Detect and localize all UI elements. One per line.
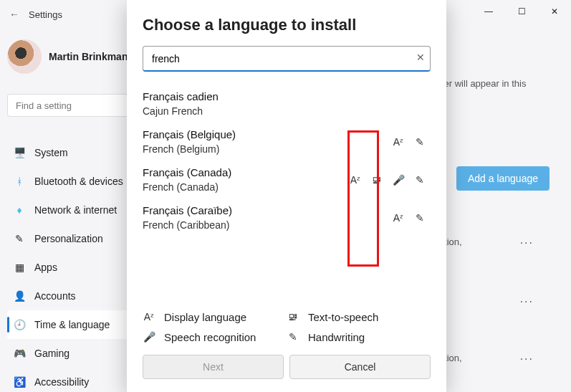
nav-icon: ✎ (13, 232, 26, 245)
handwriting-feature-icon: ✎ (413, 135, 426, 148)
nav-label: Time & language (34, 319, 110, 330)
language-local-name: French (Caribbean) (143, 219, 232, 231)
nav-icon: ♿ (13, 376, 26, 388)
nav-icon: 🕘 (13, 318, 26, 331)
language-native-name: Français (Caraïbe) (143, 204, 232, 216)
language-search-input[interactable] (143, 46, 431, 72)
sidebar-item-gaming[interactable]: 🎮Gaming (7, 339, 133, 368)
language-native-name: Français (Canada) (143, 166, 231, 178)
nav-label: Gaming (34, 348, 69, 359)
window-title: Settings (29, 9, 62, 20)
page-subtitle-tail: orer will appear in this (436, 77, 565, 90)
add-language-button[interactable]: Add a language (456, 166, 550, 191)
display-feature-icon: Aᶻ (349, 173, 362, 186)
legend-speech-recognition: 🎤 Speech recognition (143, 330, 287, 343)
install-language-dialog: Choose a language to install ✕ Français … (127, 0, 446, 392)
sidebar-item-personalization[interactable]: ✎Personalization (7, 224, 133, 253)
dialog-title: Choose a language to install (143, 16, 431, 34)
sidebar-item-apps[interactable]: ▦Apps (7, 253, 133, 282)
language-option[interactable]: Français (Canada)French (Canada)Aᶻ🖳🎤✎ (143, 161, 431, 199)
nav-label: Bluetooth & devices (34, 176, 123, 187)
language-local-name: French (Belgium) (143, 143, 236, 155)
nav-icon: 🖥️ (13, 146, 26, 159)
handwriting-feature-icon: ✎ (413, 211, 426, 224)
sidebar-item-time-language[interactable]: 🕘Time & language (7, 310, 133, 339)
legend-display-language: Aᶻ Display language (143, 310, 287, 323)
sidebar-item-system[interactable]: 🖥️System (7, 138, 133, 167)
sidebar-item-bluetooth-devices[interactable]: ᚼBluetooth & devices (7, 167, 133, 196)
minimize-button[interactable]: — (472, 0, 505, 23)
nav-icon: ♦ (13, 204, 26, 216)
next-button[interactable]: Next (143, 355, 284, 379)
nav-icon: 🎮 (13, 347, 26, 360)
display-feature-icon: Aᶻ (392, 211, 405, 224)
nav-label: Network & internet (34, 204, 117, 216)
display-feature-icon: Aᶻ (392, 135, 405, 148)
clear-search-icon[interactable]: ✕ (416, 52, 425, 63)
sidebar-item-accounts[interactable]: 👤Accounts (7, 282, 133, 310)
language-option[interactable]: Français (Caraïbe)French (Caribbean)Aᶻ✎ (143, 199, 431, 236)
language-local-name: French (Canada) (143, 181, 231, 193)
sidebar-item-accessibility[interactable]: ♿Accessibility (7, 368, 133, 392)
display-language-icon: Aᶻ (143, 310, 155, 323)
handwriting-feature-icon: ✎ (413, 173, 426, 186)
tts-feature-icon: 🖳 (370, 173, 383, 186)
nav-label: Accounts (34, 290, 76, 302)
row-more-1[interactable]: ··· (520, 236, 534, 249)
handwriting-icon: ✎ (287, 330, 299, 343)
close-button[interactable]: ✕ (538, 0, 571, 23)
maximize-button[interactable]: ☐ (505, 0, 538, 23)
row-more-2[interactable]: ··· (520, 295, 534, 308)
speech-feature-icon: 🎤 (392, 173, 405, 186)
nav-label: Personalization (34, 233, 103, 244)
avatar[interactable] (7, 39, 42, 74)
speech-icon: 🎤 (143, 330, 155, 343)
sidebar-item-network-internet[interactable]: ♦Network & internet (7, 196, 133, 224)
nav-label: Accessibility (34, 376, 89, 388)
nav-label: Apps (34, 262, 57, 273)
nav-icon: ▦ (13, 261, 26, 274)
find-setting-input[interactable]: Find a setting (7, 94, 129, 117)
language-native-name: Français cadien (143, 90, 219, 102)
language-option[interactable]: Français (Belgique)French (Belgium)Aᶻ✎ (143, 123, 431, 161)
language-option[interactable]: Français cadienCajun French (143, 85, 431, 123)
language-native-name: Français (Belgique) (143, 128, 236, 140)
legend-text-to-speech: 🖳 Text-to-speech (287, 310, 431, 323)
language-local-name: Cajun French (143, 105, 219, 117)
back-arrow-icon[interactable]: ← (0, 9, 29, 20)
row-more-3[interactable]: ··· (520, 353, 534, 365)
cancel-button[interactable]: Cancel (289, 355, 431, 379)
nav-icon: 👤 (13, 290, 26, 302)
nav-label: System (34, 147, 68, 158)
legend-handwriting: ✎ Handwriting (287, 330, 431, 343)
nav-icon: ᚼ (13, 175, 26, 188)
user-name: Martin Brinkman (49, 51, 128, 62)
tts-icon: 🖳 (287, 310, 299, 323)
